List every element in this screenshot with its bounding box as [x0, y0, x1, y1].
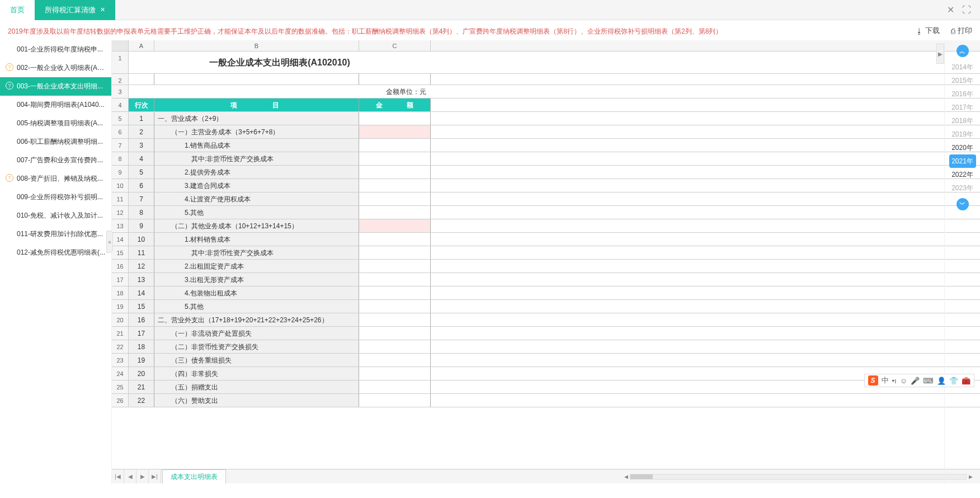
row-header[interactable]: 10: [112, 179, 129, 192]
row-header[interactable]: 23: [112, 354, 129, 367]
cell-amount[interactable]: [359, 246, 431, 259]
row-header[interactable]: 20: [112, 313, 129, 326]
row-header[interactable]: 21: [112, 327, 129, 340]
sidebar-item-8[interactable]: 009-企业所得税弥补亏损明...: [0, 188, 111, 206]
row-header[interactable]: 6: [112, 125, 129, 138]
cell[interactable]: [359, 74, 431, 84]
scroll-track[interactable]: [630, 474, 967, 480]
horizontal-scrollbar[interactable]: ◀ ▶: [622, 473, 980, 481]
col-header-b[interactable]: B: [154, 40, 359, 51]
cell-amount[interactable]: [359, 152, 431, 165]
cell[interactable]: [154, 74, 359, 84]
sidebar-item-2[interactable]: 003-一般企业成本支出明细...: [0, 77, 111, 96]
sidebar-item-7[interactable]: 008-资产折旧、摊销及纳税...: [0, 170, 111, 188]
cell-amount[interactable]: [359, 139, 431, 152]
col-header-c[interactable]: C: [359, 40, 431, 51]
row-header[interactable]: 13: [112, 219, 129, 232]
window-close-icon[interactable]: ✕: [947, 4, 954, 15]
year-2020年[interactable]: 2020年: [949, 141, 976, 154]
sidebar-item-3[interactable]: 004-期间费用明细表(A1040...: [0, 96, 111, 114]
ime-toolbox-icon[interactable]: 🧰: [962, 377, 970, 385]
row-header[interactable]: 22: [112, 340, 129, 353]
cell-amount[interactable]: [359, 166, 431, 178]
sidebar-collapse-handle[interactable]: «: [106, 231, 113, 253]
sidebar-item-11[interactable]: 012-减免所得税优惠明细表(...: [0, 243, 111, 262]
row-header[interactable]: 3: [112, 85, 129, 98]
cell[interactable]: [129, 74, 154, 84]
scroll-thumb[interactable]: [630, 474, 653, 479]
row-header[interactable]: 4: [112, 98, 129, 111]
cell-amount[interactable]: [359, 260, 431, 273]
scroll-down-icon[interactable]: ︾: [957, 198, 969, 210]
scroll-left-icon[interactable]: ◀: [622, 474, 630, 480]
ime-logo-icon[interactable]: S: [868, 375, 878, 386]
sidebar-item-4[interactable]: 005-纳税调整项目明细表(A...: [0, 114, 111, 133]
cell-amount[interactable]: [359, 354, 431, 367]
row-header[interactable]: 12: [112, 206, 129, 219]
close-icon[interactable]: ✕: [100, 6, 105, 13]
ime-skin-icon[interactable]: 👕: [949, 377, 958, 385]
row-header[interactable]: 16: [112, 260, 129, 273]
sheet-nav-first-icon[interactable]: |◀: [112, 469, 124, 484]
row-header[interactable]: 7: [112, 139, 129, 152]
cell-amount[interactable]: [359, 125, 431, 138]
cell-amount[interactable]: [359, 192, 431, 205]
col-header-a[interactable]: A: [129, 40, 154, 51]
cell-amount[interactable]: [359, 233, 431, 246]
sidebar-item-10[interactable]: 011-研发费用加计扣除优惠...: [0, 225, 111, 243]
row-header[interactable]: 5: [112, 112, 129, 125]
cell-amount[interactable]: [359, 300, 431, 313]
row-header[interactable]: 26: [112, 394, 129, 407]
year-2021年[interactable]: 2021年: [949, 154, 976, 168]
download-button[interactable]: ⭳ 下载: [916, 26, 940, 36]
cell-amount[interactable]: [359, 313, 431, 326]
cell-amount[interactable]: [359, 367, 431, 380]
print-button[interactable]: ⎙ 打印: [951, 26, 972, 36]
sheet-nav-prev-icon[interactable]: ◀: [124, 469, 136, 484]
tab-home[interactable]: 首页: [0, 0, 35, 20]
ime-toolbar[interactable]: S 中 •ı ☺ 🎤 ⌨ 👤 👕 🧰: [864, 374, 974, 387]
cell-amount[interactable]: [359, 340, 431, 353]
fullscreen-icon[interactable]: ⛶: [962, 5, 971, 15]
row-header[interactable]: 25: [112, 380, 129, 393]
row-header[interactable]: 9: [112, 166, 129, 178]
ime-keyboard-icon[interactable]: ⌨: [923, 377, 934, 385]
right-panel-expand-icon[interactable]: ▶: [936, 44, 944, 64]
cell-amount[interactable]: [359, 179, 431, 192]
row-header[interactable]: 11: [112, 192, 129, 205]
sheet-nav-last-icon[interactable]: ▶|: [149, 469, 161, 484]
cell-amount[interactable]: [359, 112, 431, 125]
year-2022年[interactable]: 2022年: [949, 168, 976, 181]
cell-amount[interactable]: [359, 219, 431, 232]
ime-emoji-icon[interactable]: ☺: [900, 377, 907, 385]
row-header[interactable]: 8: [112, 152, 129, 165]
cell-amount[interactable]: [359, 206, 431, 219]
sidebar-item-0[interactable]: 001-企业所得税年度纳税申...: [0, 40, 111, 59]
ime-user-icon[interactable]: 👤: [937, 377, 946, 385]
sidebar-item-5[interactable]: 006-职工薪酬纳税调整明细...: [0, 133, 111, 151]
sidebar-item-9[interactable]: 010-免税、减计收入及加计...: [0, 206, 111, 225]
sheet-nav-next-icon[interactable]: ▶: [136, 469, 149, 484]
cell-amount[interactable]: [359, 286, 431, 299]
ime-mic-icon[interactable]: 🎤: [911, 377, 920, 385]
row-header[interactable]: 2: [112, 74, 129, 84]
cell-amount[interactable]: [359, 394, 431, 407]
sidebar-item-6[interactable]: 007-广告费和业务宣传费跨...: [0, 151, 111, 170]
cell-amount[interactable]: [359, 273, 431, 286]
row-header[interactable]: 1: [112, 51, 129, 73]
scroll-up-icon[interactable]: ︽: [957, 45, 969, 57]
cell-amount[interactable]: [359, 327, 431, 340]
tab-income-tax[interactable]: 所得税汇算清缴 ✕: [35, 0, 115, 20]
row-header[interactable]: 15: [112, 246, 129, 259]
row-header[interactable]: 14: [112, 233, 129, 246]
sheet-tab[interactable]: 成本支出明细表: [162, 469, 226, 483]
row-header[interactable]: 24: [112, 367, 129, 380]
corner-cell[interactable]: [112, 40, 129, 51]
row-header[interactable]: 17: [112, 273, 129, 286]
row-header[interactable]: 18: [112, 286, 129, 299]
ime-lang[interactable]: 中: [882, 375, 889, 386]
row-header[interactable]: 19: [112, 300, 129, 313]
ime-punct-icon[interactable]: •ı: [892, 377, 897, 385]
cell-amount[interactable]: [359, 380, 431, 393]
sidebar-item-1[interactable]: 002-一般企业收入明细表(A10...: [0, 59, 111, 77]
